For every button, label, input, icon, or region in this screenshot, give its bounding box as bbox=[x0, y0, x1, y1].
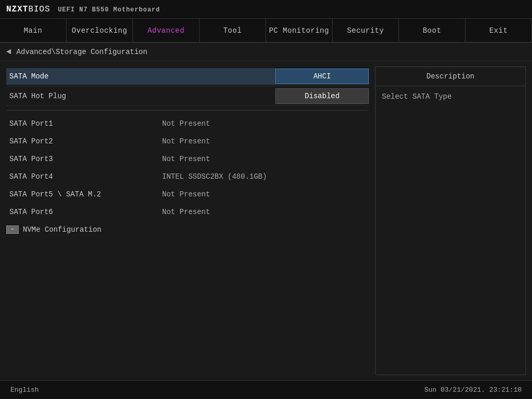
port-row: SATA Port2Not Present bbox=[6, 132, 369, 150]
footer: English Sun 03/21/2021. 23:21:10 bbox=[0, 380, 532, 399]
nav-item-pc-monitoring[interactable]: PC Monitoring bbox=[266, 19, 332, 42]
breadcrumb-path: Advanced\Storage Configuration bbox=[17, 48, 148, 56]
nav-item-overclocking[interactable]: Overclocking bbox=[66, 19, 133, 42]
port-value: Not Present bbox=[162, 137, 210, 145]
port-value: INTEL SSDSC2BX (480.1GB) bbox=[162, 172, 267, 181]
sata-mode-value[interactable]: AHCI bbox=[275, 69, 369, 84]
sata-mode-label: SATA Mode bbox=[6, 68, 275, 85]
nvme-label: NVMe Configuration bbox=[23, 225, 101, 234]
port-label: SATA Port1 bbox=[6, 119, 162, 128]
port-row: SATA Port1Not Present bbox=[6, 115, 369, 132]
port-label: SATA Port6 bbox=[6, 208, 162, 216]
nav-item-security[interactable]: Security bbox=[332, 19, 399, 42]
footer-datetime: Sun 03/21/2021. 23:21:10 bbox=[424, 386, 522, 394]
nav-item-exit[interactable]: Exit bbox=[466, 19, 532, 42]
port-label: SATA Port5 \ SATA M.2 bbox=[6, 190, 162, 198]
port-value: Not Present bbox=[162, 155, 210, 163]
logo-bios: BIOS bbox=[28, 5, 50, 14]
nav-item-tool[interactable]: Tool bbox=[200, 19, 266, 42]
nav-item-main[interactable]: Main bbox=[0, 19, 66, 42]
nvme-icon: ▬ bbox=[6, 225, 19, 234]
description-panel: Description Select SATA Type bbox=[375, 66, 526, 375]
port-row: SATA Port4INTEL SSDSC2BX (480.1GB) bbox=[6, 168, 369, 185]
port-label: SATA Port4 bbox=[6, 172, 162, 181]
sata-mode-row[interactable]: SATA Mode AHCI bbox=[6, 66, 369, 86]
main-panel: SATA Mode AHCI SATA Hot Plug Disabled SA… bbox=[6, 66, 369, 375]
port-row: SATA Port3Not Present bbox=[6, 150, 369, 168]
logo-subtitle: UEFI N7 B550 Motherboard bbox=[58, 6, 160, 14]
nvme-configuration-row[interactable]: ▬ NVMe Configuration bbox=[6, 221, 369, 238]
port-label: SATA Port3 bbox=[6, 155, 162, 163]
sata-hotplug-value[interactable]: Disabled bbox=[275, 88, 369, 104]
port-value: Not Present bbox=[162, 208, 210, 216]
nav-item-advanced[interactable]: Advanced bbox=[133, 19, 200, 42]
sata-hotplug-label: SATA Hot Plug bbox=[6, 88, 275, 104]
logo-nzxt: NZXT bbox=[6, 5, 28, 14]
divider bbox=[6, 110, 369, 111]
port-value: Not Present bbox=[162, 190, 210, 198]
sata-hotplug-row[interactable]: SATA Hot Plug Disabled bbox=[6, 86, 369, 106]
content-area: SATA Mode AHCI SATA Hot Plug Disabled SA… bbox=[0, 61, 532, 380]
port-row: SATA Port5 \ SATA M.2Not Present bbox=[6, 185, 369, 203]
description-header: Description bbox=[376, 67, 525, 86]
bios-logo: NZXTBIOS UEFI N7 B550 Motherboard bbox=[6, 5, 160, 14]
footer-language: English bbox=[10, 386, 39, 394]
port-list: SATA Port1Not PresentSATA Port2Not Prese… bbox=[6, 115, 369, 221]
port-value: Not Present bbox=[162, 119, 210, 128]
description-body: Select SATA Type bbox=[376, 86, 525, 375]
breadcrumb-back-icon[interactable]: ◄ bbox=[6, 47, 11, 57]
port-row: SATA Port6Not Present bbox=[6, 203, 369, 221]
nav-item-boot[interactable]: Boot bbox=[399, 19, 466, 42]
header-bar: NZXTBIOS UEFI N7 B550 Motherboard bbox=[0, 0, 532, 19]
port-label: SATA Port2 bbox=[6, 137, 162, 145]
navigation-bar: MainOverclockingAdvancedToolPC Monitorin… bbox=[0, 19, 532, 43]
breadcrumb: ◄ Advanced\Storage Configuration bbox=[0, 43, 532, 61]
